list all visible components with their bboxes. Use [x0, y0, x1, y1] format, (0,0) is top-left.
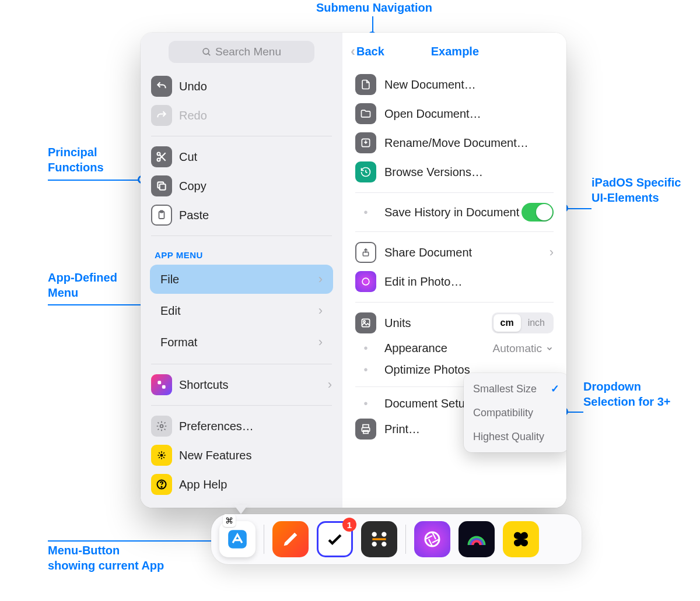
- chevron-right-icon: ›: [318, 303, 323, 318]
- preferences-label: Preferences…: [179, 420, 254, 433]
- shortcuts-item[interactable]: Shortcuts ›: [146, 370, 337, 399]
- savehist-label: Save History in Document: [384, 206, 519, 219]
- callout-text: UI-Elements: [592, 191, 659, 204]
- callout-line: [48, 540, 220, 542]
- dropdown-opt-compat[interactable]: Compatibility: [464, 401, 566, 425]
- dock-current-app[interactable]: ⌘: [219, 521, 256, 557]
- opendoc-label: Open Document…: [384, 107, 481, 121]
- app-menu-file[interactable]: File ›: [150, 265, 333, 294]
- callout-text: Selection for 3+: [583, 395, 671, 408]
- savehist-toggle[interactable]: [522, 203, 554, 222]
- appearance-item[interactable]: • Appearance Automatic: [348, 338, 561, 359]
- dropdown-opt-smallest[interactable]: Smallest Size ✓: [464, 377, 566, 401]
- divider: [151, 136, 332, 136]
- undo-item[interactable]: Undo: [146, 72, 337, 101]
- optimize-label: Optimize Photos: [384, 363, 470, 377]
- editphoto-item[interactable]: Edit in Photo…: [348, 267, 561, 296]
- app-menu-format[interactable]: Format ›: [150, 328, 333, 357]
- svg-point-29: [425, 532, 439, 546]
- chevron-right-icon: ›: [328, 377, 332, 392]
- callout-text: Menu-Button: [48, 544, 120, 557]
- dock-app-2[interactable]: 1: [317, 521, 353, 557]
- aperture-icon: [422, 529, 443, 550]
- apphelp-item[interactable]: App Help: [146, 470, 337, 499]
- bullet-icon: •: [355, 342, 376, 355]
- callout-line: [48, 180, 139, 181]
- check-icon: ✓: [551, 382, 559, 395]
- dock-app-4[interactable]: [414, 521, 450, 557]
- svg-line-1: [208, 53, 211, 55]
- share-label: Share Document: [384, 246, 472, 259]
- paste-item[interactable]: Paste: [146, 201, 337, 230]
- calculator-icon: [368, 528, 391, 551]
- callout-menu-button: Menu-Button showing current App: [48, 543, 164, 573]
- help-icon: [151, 474, 172, 495]
- clock-icon: [355, 161, 376, 182]
- shortcuts-icon: [151, 374, 172, 395]
- dock-app-6[interactable]: [503, 521, 539, 557]
- callout-text: Menu: [48, 286, 78, 299]
- document-icon: [355, 74, 376, 95]
- undo-icon: [151, 76, 172, 97]
- svg-rect-9: [158, 381, 161, 384]
- apphelp-label: App Help: [179, 478, 227, 491]
- edit-label: Edit: [160, 304, 180, 318]
- divider: [151, 364, 332, 364]
- svg-point-24: [372, 532, 377, 537]
- callout-text: Dropdown: [583, 380, 641, 393]
- photo-app-icon: [355, 271, 376, 292]
- dropdown-opt-highest[interactable]: Highest Quality: [464, 425, 566, 449]
- dock-app-1[interactable]: [272, 521, 309, 557]
- callout-text: App-Defined: [48, 271, 117, 284]
- divider: [355, 231, 554, 232]
- newfeatures-item[interactable]: New Features: [146, 441, 337, 470]
- callout-text: iPadOS Specific: [592, 176, 681, 189]
- search-input[interactable]: Search Menu: [169, 41, 314, 63]
- chevron-right-icon: ›: [318, 335, 323, 350]
- search-placeholder: Search Menu: [215, 45, 281, 58]
- svg-rect-28: [372, 538, 386, 540]
- print-label: Print…: [384, 423, 420, 436]
- opendoc-item[interactable]: Open Document…: [348, 99, 561, 128]
- dock-app-3[interactable]: [361, 521, 397, 557]
- printer-icon: [355, 419, 376, 440]
- seg-cm[interactable]: cm: [494, 314, 521, 332]
- dock-app-5[interactable]: [459, 521, 495, 557]
- seg-inch[interactable]: inch: [521, 314, 552, 332]
- callout-line: [567, 208, 592, 209]
- savehist-item: • Save History in Document: [348, 199, 561, 226]
- sparkle-icon: [151, 445, 172, 466]
- svg-point-0: [203, 48, 209, 54]
- svg-rect-18: [362, 319, 369, 326]
- browse-item[interactable]: Browse Versions…: [348, 157, 561, 187]
- newfeatures-label: New Features: [179, 449, 252, 462]
- paste-icon: [151, 205, 172, 226]
- newdoc-item[interactable]: New Document…: [348, 70, 561, 99]
- units-segmented[interactable]: cm inch: [492, 312, 554, 333]
- appearance-label: Appearance: [384, 342, 447, 355]
- svg-point-14: [161, 487, 162, 487]
- optimize-dropdown[interactable]: Smallest Size ✓ Compatibility Highest Qu…: [464, 373, 566, 452]
- format-label: Format: [160, 336, 197, 349]
- share-item[interactable]: Share Document ›: [348, 238, 561, 267]
- divider: [355, 192, 554, 193]
- rename-label: Rename/Move Document…: [384, 136, 528, 150]
- svg-point-27: [382, 542, 386, 546]
- appstore-icon: [226, 528, 249, 550]
- app-menu-edit[interactable]: Edit ›: [150, 296, 333, 325]
- menu-left-pane: Search Menu Undo Redo Cut Copy: [141, 33, 342, 508]
- opt-label: Highest Quality: [473, 431, 544, 443]
- cut-item[interactable]: Cut: [146, 142, 337, 171]
- submenu-title: Example: [355, 45, 555, 58]
- divider: [151, 405, 332, 406]
- svg-point-3: [158, 159, 160, 161]
- menu-right-pane: ‹ Back Example New Document… Open Docume…: [342, 33, 566, 508]
- rename-item[interactable]: Rename/Move Document…: [348, 128, 561, 157]
- image-icon: [355, 312, 376, 333]
- callout-ipados: iPadOS Specific UI-Elements: [592, 175, 681, 205]
- submenu-header: ‹ Back Example: [348, 41, 561, 70]
- chevron-right-icon: ›: [550, 245, 554, 260]
- copy-item[interactable]: Copy: [146, 171, 337, 201]
- chevron-down-icon: [545, 345, 554, 353]
- preferences-item[interactable]: Preferences…: [146, 412, 337, 441]
